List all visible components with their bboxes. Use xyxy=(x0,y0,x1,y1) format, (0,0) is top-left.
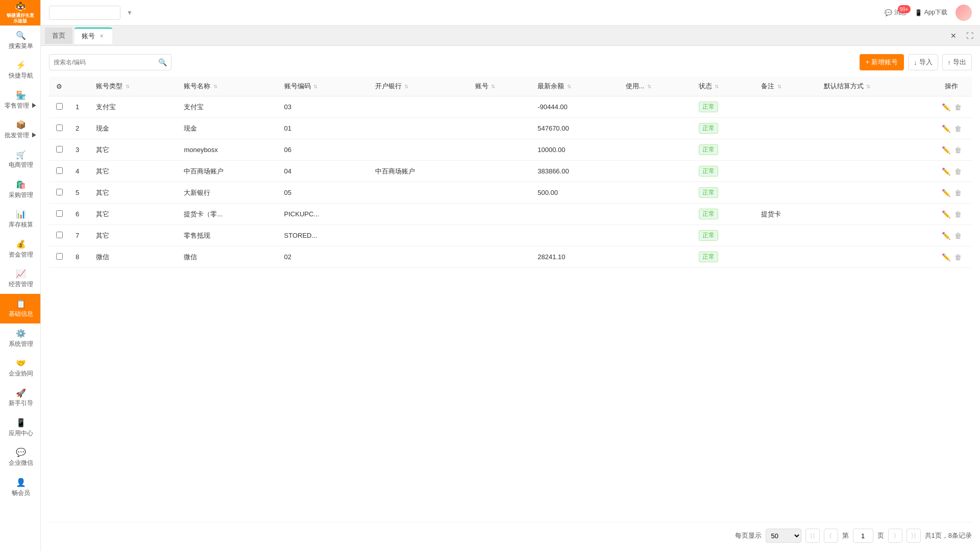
row-account-code: 03 xyxy=(278,96,369,118)
col-bank[interactable]: 开户银行 ⇅ xyxy=(369,77,469,96)
sidebar-item-purchase-mgmt[interactable]: 🛍️采购管理 xyxy=(0,174,40,204)
row-checkbox[interactable] xyxy=(56,103,63,110)
sidebar-item-search-menu[interactable]: 🔍搜索菜单 xyxy=(0,26,40,55)
row-operations: ✏️ 🗑 xyxy=(931,96,972,118)
sidebar-item-member[interactable]: 👤畅会员 xyxy=(0,472,40,502)
delete-button[interactable]: 🗑 xyxy=(954,103,962,111)
row-remark xyxy=(755,182,817,204)
import-label: 导入 xyxy=(919,58,933,67)
import-button[interactable]: ↓ 导入 xyxy=(908,54,938,70)
delete-button[interactable]: 🗑 xyxy=(954,210,962,218)
edit-button[interactable]: ✏️ xyxy=(942,124,950,133)
sidebar-item-app-center[interactable]: 📱应用中心 xyxy=(0,413,40,442)
tab-close-all-button[interactable]: ✕ xyxy=(947,30,960,42)
topbar-search-input[interactable] xyxy=(49,6,120,20)
sidebar-item-enterprise-wechat[interactable]: 💬企业微信 xyxy=(0,442,40,472)
row-checkbox[interactable] xyxy=(56,189,63,195)
export-button[interactable]: ↑ 导出 xyxy=(942,54,972,70)
edit-button[interactable]: ✏️ xyxy=(942,146,950,154)
search-box[interactable]: 🔍 xyxy=(49,54,172,70)
tab-fullscreen-button[interactable]: ⛶ xyxy=(964,30,976,42)
sidebar-item-quick-nav[interactable]: ⚡快捷导航 xyxy=(0,55,40,85)
app-download-button[interactable]: 📱 App下载 xyxy=(915,8,947,17)
row-checkbox-cell[interactable] xyxy=(49,161,69,182)
col-settings[interactable]: ⚙ xyxy=(49,77,69,96)
delete-button[interactable]: 🗑 xyxy=(954,124,962,133)
row-checkbox-cell[interactable] xyxy=(49,139,69,161)
col-default-settlement[interactable]: 默认结算方式 ⇅ xyxy=(818,77,932,96)
row-checkbox-cell[interactable] xyxy=(49,204,69,225)
row-checkbox[interactable] xyxy=(56,210,63,217)
sidebar-item-inventory-check[interactable]: 📊库存核算 xyxy=(0,204,40,234)
sidebar-label-app-center: 应用中心 xyxy=(9,430,33,438)
row-checkbox[interactable] xyxy=(56,232,63,238)
col-latest-balance[interactable]: 最新余额 ⇅ xyxy=(531,77,619,96)
page-number-input[interactable]: 1 xyxy=(853,529,873,543)
delete-button[interactable]: 🗑 xyxy=(954,189,962,197)
app-download-icon: 📱 xyxy=(915,9,922,16)
avatar[interactable] xyxy=(955,5,972,21)
sidebar-item-enterprise-agreement[interactable]: 🤝企业协同 xyxy=(0,353,40,383)
message-button[interactable]: 💬 消息 99+ xyxy=(885,8,906,17)
add-account-button[interactable]: + 新增账号 xyxy=(860,54,904,70)
tab-label-account: 账号 xyxy=(82,32,95,41)
tab-close-account[interactable]: ✕ xyxy=(98,33,105,40)
delete-button[interactable]: 🗑 xyxy=(954,167,962,176)
col-usage[interactable]: 使用... ⇅ xyxy=(620,77,693,96)
row-status: 正常 xyxy=(693,182,755,204)
col-account-name[interactable]: 账号名称 ⇅ xyxy=(178,77,278,96)
sidebar-item-basic-info[interactable]: 📋基础信息 xyxy=(0,294,40,323)
prev-page-button[interactable]: ⟨ xyxy=(824,529,838,543)
search-input[interactable] xyxy=(54,59,158,66)
edit-button[interactable]: ✏️ xyxy=(942,189,950,197)
row-checkbox-cell[interactable] xyxy=(49,118,69,139)
delete-button[interactable]: 🗑 xyxy=(954,232,962,240)
edit-button[interactable]: ✏️ xyxy=(942,167,950,176)
col-status[interactable]: 状态 ⇅ xyxy=(693,77,755,96)
row-checkbox[interactable] xyxy=(56,124,63,131)
topbar-dropdown-arrow[interactable]: ▼ xyxy=(127,9,133,16)
edit-button[interactable]: ✏️ xyxy=(942,253,950,261)
row-remark xyxy=(755,225,817,246)
edit-button[interactable]: ✏️ xyxy=(942,210,950,218)
tab-home[interactable]: 首页 xyxy=(45,28,72,44)
row-checkbox[interactable] xyxy=(56,253,63,260)
next-page-button[interactable]: ⟩ xyxy=(888,529,902,543)
col-account-no[interactable]: 账号 ⇅ xyxy=(469,77,531,96)
row-checkbox-cell[interactable] xyxy=(49,96,69,118)
col-remark[interactable]: 备注 ⇅ xyxy=(755,77,817,96)
row-checkbox-cell[interactable] xyxy=(49,246,69,268)
sidebar-item-finance-mgmt[interactable]: 💰资金管理 xyxy=(0,234,40,264)
ops-cell: ✏️ 🗑 xyxy=(937,210,966,218)
row-checkbox-cell[interactable] xyxy=(49,225,69,246)
page-size-select[interactable]: 50 10 20 100 xyxy=(766,529,801,543)
search-icon[interactable]: 🔍 xyxy=(158,58,167,66)
delete-button[interactable]: 🗑 xyxy=(954,253,962,261)
status-badge: 正常 xyxy=(699,252,718,262)
first-page-button[interactable]: ⟨⟨ xyxy=(805,529,820,543)
sidebar-item-wholesale-mgmt[interactable]: 📦批发管理 ▶ xyxy=(0,115,40,144)
edit-button[interactable]: ✏️ xyxy=(942,103,950,111)
sidebar-item-retail-mgmt[interactable]: 🏪零售管理 ▶ xyxy=(0,85,40,115)
sidebar-label-retail-mgmt: 零售管理 ▶ xyxy=(5,102,37,110)
row-checkbox-cell[interactable] xyxy=(49,182,69,204)
last-page-button[interactable]: ⟩⟩ xyxy=(906,529,921,543)
row-account-code: 06 xyxy=(278,139,369,161)
col-operations: 操作 xyxy=(931,77,972,96)
row-checkbox[interactable] xyxy=(56,167,63,174)
row-checkbox[interactable] xyxy=(56,146,63,153)
row-index: 6 xyxy=(69,204,90,225)
col-account-code[interactable]: 账号编码 ⇅ xyxy=(278,77,369,96)
delete-button[interactable]: 🗑 xyxy=(954,146,962,154)
sidebar-item-operations-mgmt[interactable]: 📈经营管理 xyxy=(0,264,40,293)
row-operations: ✏️ 🗑 xyxy=(931,161,972,182)
sidebar-label-member: 畅会员 xyxy=(12,489,30,497)
row-account-type: 其它 xyxy=(90,161,178,182)
sidebar-item-new-guide[interactable]: 🚀新手引导 xyxy=(0,383,40,413)
col-account-type[interactable]: 账号类型 ⇅ xyxy=(90,77,178,96)
edit-button[interactable]: ✏️ xyxy=(942,232,950,240)
sidebar-item-ecommerce-mgmt[interactable]: 🛒电商管理 xyxy=(0,145,40,174)
tab-account[interactable]: 账号✕ xyxy=(75,28,112,44)
sidebar-label-finance-mgmt: 资金管理 xyxy=(9,251,33,259)
sidebar-item-system-mgmt[interactable]: ⚙️系统管理 xyxy=(0,323,40,353)
